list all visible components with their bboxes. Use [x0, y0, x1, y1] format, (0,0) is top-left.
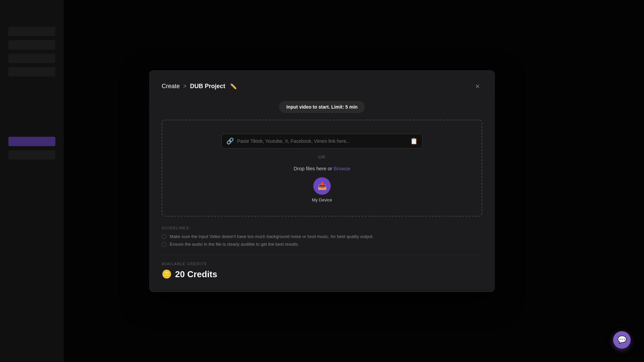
clipboard-icon[interactable]: 📋 — [410, 137, 418, 145]
drop-text: Drop files here or Browse — [293, 166, 350, 171]
guideline-bullet-2 — [162, 242, 166, 247]
url-input[interactable] — [237, 138, 407, 144]
url-input-container[interactable]: 🔗 📋 — [221, 134, 423, 148]
chat-icon: 💬 — [618, 336, 627, 344]
modal-header: Create > DUB Project ✏️ × — [162, 81, 482, 92]
info-banner: Input video to start. Limit: 5 min — [279, 101, 365, 113]
sidebar-ghost — [0, 0, 64, 362]
info-text-prefix: Input video to start. Limit: — [286, 104, 344, 110]
guideline-item-1: Make sure the Input Video doesn't have t… — [162, 234, 482, 239]
guidelines-section: GUIDELINES: Make sure the Input Video do… — [162, 226, 482, 247]
drop-text-label: Drop files here or — [293, 166, 333, 171]
credits-label: AVAILABLE CREDITS — [162, 262, 482, 266]
credits-amount: 20 Credits — [175, 269, 217, 280]
device-icon: 📥 — [318, 182, 327, 190]
device-label: My Device — [312, 197, 332, 202]
or-divider: OR — [318, 155, 326, 160]
create-dub-modal: Create > DUB Project ✏️ × Input video to… — [149, 70, 495, 292]
browse-link[interactable]: Browse — [334, 166, 351, 171]
breadcrumb-arrow: > — [183, 83, 187, 90]
edit-project-name-icon[interactable]: ✏️ — [230, 83, 237, 89]
chat-button[interactable]: 💬 — [613, 331, 631, 349]
coins-icon: 🪙 — [162, 269, 172, 279]
info-limit: 5 min — [344, 104, 358, 110]
credits-value: 🪙 20 Credits — [162, 269, 482, 280]
breadcrumb-project: DUB Project — [190, 83, 225, 90]
breadcrumb-create: Create — [162, 83, 180, 90]
guidelines-title: GUIDELINES: — [162, 226, 482, 230]
link-icon: 🔗 — [226, 137, 234, 145]
drop-zone[interactable]: 🔗 📋 OR Drop files here or Browse 📥 My De… — [162, 120, 482, 217]
credits-section: AVAILABLE CREDITS 🪙 20 Credits — [162, 255, 482, 280]
guideline-text-2: Ensure the audio in the file is clearly … — [170, 242, 299, 247]
guideline-text-1: Make sure the Input Video doesn't have t… — [170, 234, 374, 239]
breadcrumb: Create > DUB Project ✏️ — [162, 83, 237, 90]
device-icon-wrapper: 📥 — [313, 177, 331, 195]
my-device-button[interactable]: 📥 My Device — [312, 177, 332, 202]
guideline-bullet-1 — [162, 234, 166, 239]
guideline-item-2: Ensure the audio in the file is clearly … — [162, 242, 482, 247]
close-button[interactable]: × — [473, 81, 482, 92]
